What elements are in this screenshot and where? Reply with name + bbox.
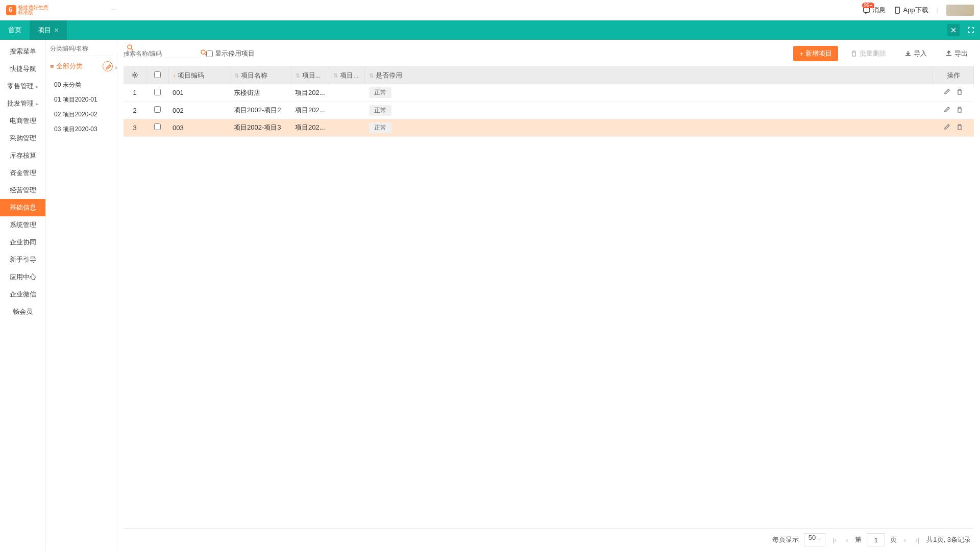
- collapse-tree-button[interactable]: «: [114, 64, 118, 71]
- close-all-tabs-button[interactable]: [947, 24, 960, 36]
- sidebar-item-label: 快捷导航: [10, 64, 36, 73]
- sidebar-item-3[interactable]: 批发管理▸: [0, 95, 45, 112]
- export-icon: [945, 50, 952, 57]
- page-prefix: 第: [855, 535, 862, 544]
- sidebar-item-1[interactable]: 快捷导航: [0, 60, 45, 78]
- page-suffix: 页: [890, 535, 897, 544]
- table-row[interactable]: 3003项目2002-项目3项目202...正常: [124, 119, 974, 136]
- menu-icon: ≡: [50, 63, 54, 70]
- close-icon[interactable]: ✕: [54, 27, 59, 34]
- plus-icon: +: [799, 50, 803, 58]
- row-checkbox[interactable]: [154, 106, 161, 113]
- edit-row-button[interactable]: [944, 106, 951, 115]
- col-code-header[interactable]: 项目编码: [168, 67, 230, 84]
- row-index: 2: [124, 102, 146, 119]
- cell-p1: 项目202...: [291, 119, 329, 136]
- org-selector[interactable]: ﹀: [60, 6, 116, 14]
- status-badge: 正常: [369, 122, 391, 133]
- page-input[interactable]: [867, 533, 885, 546]
- cell-name: 项目2002-项目3: [230, 119, 291, 136]
- messages-label: 消息: [872, 6, 886, 15]
- row-checkbox[interactable]: [154, 123, 161, 130]
- add-project-label: 新增项目: [805, 49, 832, 58]
- tree-node-3[interactable]: 03 项目2020-03: [50, 122, 113, 137]
- col-status-header[interactable]: 是否停用: [365, 67, 933, 84]
- sidebar-item-label: 企业协同: [10, 238, 36, 247]
- sidebar-item-label: 应用中心: [10, 272, 36, 282]
- sidebar-item-label: 新手引导: [10, 255, 36, 264]
- settings-column-header[interactable]: [124, 67, 146, 84]
- total-text: 共1页, 3条记录: [926, 535, 971, 544]
- sidebar-item-0[interactable]: 搜索菜单: [0, 43, 45, 60]
- col-ops-header: 操作: [933, 67, 974, 84]
- delete-row-button[interactable]: [956, 106, 963, 115]
- cell-status: 正常: [365, 84, 933, 102]
- grid-search-input[interactable]: [124, 50, 200, 57]
- page-size-select[interactable]: 50 ﹀: [804, 533, 825, 546]
- tree-node-0[interactable]: 00 未分类: [50, 78, 113, 92]
- last-page-button[interactable]: ›|: [914, 536, 922, 544]
- brand-main: 畅捷通好生意: [18, 5, 48, 10]
- row-index: 1: [124, 84, 146, 102]
- tab-home[interactable]: 首页: [0, 20, 30, 40]
- export-label: 导出: [954, 49, 968, 58]
- table-row[interactable]: 1001东楼街店项目202...正常: [124, 84, 974, 102]
- edit-category-button[interactable]: [103, 61, 113, 71]
- export-button[interactable]: 导出: [939, 46, 974, 61]
- svg-point-2: [128, 45, 132, 49]
- tree-search-input[interactable]: [50, 45, 127, 52]
- col-name-header[interactable]: 项目名称: [230, 67, 291, 84]
- tab-project[interactable]: 项目 ✕: [30, 20, 67, 40]
- sidebar-item-9[interactable]: 基础信息: [0, 199, 45, 216]
- first-page-button[interactable]: |‹: [830, 536, 839, 544]
- sidebar-item-12[interactable]: 新手引导: [0, 251, 45, 268]
- tab-project-label: 项目: [38, 26, 51, 35]
- add-project-button[interactable]: + 新增项目: [793, 46, 838, 61]
- col-p1-header[interactable]: 项目...: [291, 67, 329, 84]
- cell-p2: [329, 84, 365, 102]
- show-disabled-checkbox[interactable]: 显示停用项目: [206, 49, 255, 58]
- delete-row-button[interactable]: [956, 88, 963, 97]
- tree-all-label[interactable]: 全部分类: [56, 62, 83, 71]
- sidebar-item-5[interactable]: 采购管理: [0, 130, 45, 147]
- sidebar-item-7[interactable]: 资金管理: [0, 164, 45, 182]
- tree-node-2[interactable]: 02 项目2020-02: [50, 107, 113, 122]
- messages-button[interactable]: 消息 99+: [863, 6, 886, 15]
- batch-delete-button[interactable]: 批量删除: [844, 46, 892, 61]
- sidebar-item-13[interactable]: 应用中心: [0, 268, 45, 286]
- fullscreen-button[interactable]: [965, 24, 977, 36]
- sidebar-item-15[interactable]: 畅会员: [0, 303, 45, 320]
- pagination: 每页显示 50 ﹀ |‹ ‹ 第 页 › ›| 共1页, 3条记录: [124, 529, 974, 551]
- next-page-button[interactable]: ›: [902, 536, 908, 544]
- chevron-down-icon: ﹀: [111, 6, 116, 14]
- sidebar-item-2[interactable]: 零售管理▸: [0, 78, 45, 95]
- col-p2-header[interactable]: 项目...: [329, 67, 365, 84]
- show-disabled-input[interactable]: [206, 51, 213, 57]
- trash-icon: [850, 50, 857, 57]
- cell-code: 003: [168, 119, 230, 136]
- sidebar-item-10[interactable]: 系统管理: [0, 216, 45, 234]
- sidebar-item-6[interactable]: 库存核算: [0, 147, 45, 164]
- sidebar-item-14[interactable]: 企业微信: [0, 286, 45, 303]
- sidebar-item-4[interactable]: 电商管理: [0, 112, 45, 130]
- app-download-button[interactable]: App下载: [894, 6, 928, 15]
- delete-row-button[interactable]: [956, 123, 963, 132]
- edit-row-button[interactable]: [944, 88, 951, 97]
- status-badge: 正常: [369, 87, 391, 98]
- sidebar-item-11[interactable]: 企业协同: [0, 234, 45, 251]
- row-checkbox[interactable]: [154, 89, 161, 95]
- avatar[interactable]: [946, 5, 974, 16]
- search-icon[interactable]: [127, 44, 134, 53]
- edit-row-button[interactable]: [944, 123, 951, 132]
- select-all-header[interactable]: [146, 67, 168, 84]
- import-icon: [904, 50, 912, 57]
- tree-node-1[interactable]: 01 项目2020-01: [50, 92, 113, 107]
- prev-page-button[interactable]: ‹: [844, 536, 850, 544]
- sidebar-item-label: 零售管理: [7, 82, 34, 91]
- table-row[interactable]: 2002项目2002-项目2项目202...正常: [124, 102, 974, 119]
- cell-status: 正常: [365, 119, 933, 136]
- import-button[interactable]: 导入: [898, 46, 933, 61]
- sidebar-item-8[interactable]: 经营管理: [0, 182, 45, 199]
- chevron-down-icon: ﹀: [817, 536, 822, 543]
- show-disabled-label: 显示停用项目: [215, 49, 255, 58]
